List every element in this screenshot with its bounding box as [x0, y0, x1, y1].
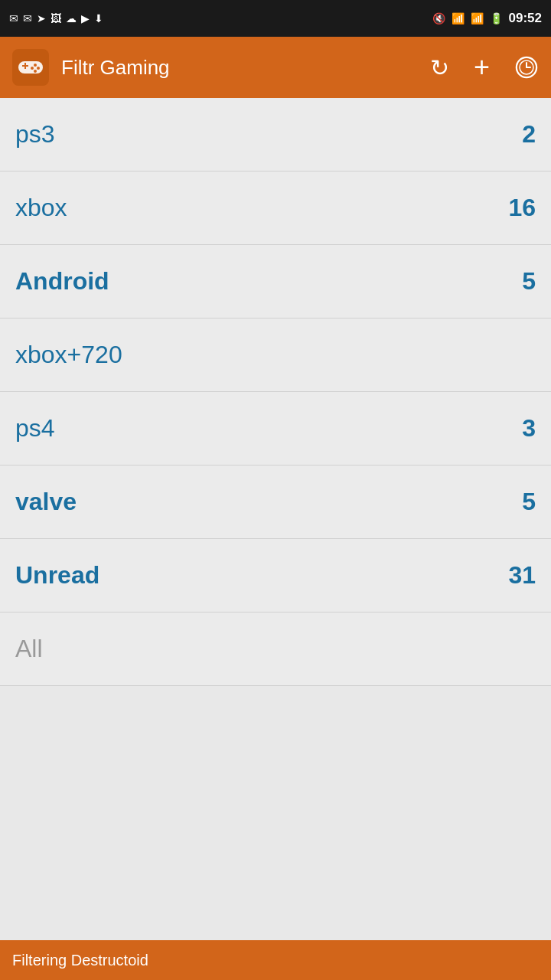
svg-point-6	[34, 70, 37, 73]
mute-icon: 🔇	[432, 12, 445, 24]
list-item-label-xbox: xbox	[15, 194, 67, 222]
history-button[interactable]	[514, 55, 539, 80]
download-icon: ⬇	[94, 12, 103, 24]
list-item-label-unread: Unread	[15, 561, 99, 590]
list-item-android[interactable]: Android5	[0, 245, 551, 318]
play-icon: ▶	[81, 12, 90, 24]
list-item-label-ps4: ps4	[15, 414, 55, 443]
image-icon: 🖼	[51, 12, 61, 24]
status-bar-left: ✉ ✉ ➤ 🖼 ☁ ▶ ⬇	[9, 12, 103, 24]
footer: Filtering Destructoid	[0, 940, 551, 980]
clock-icon	[514, 55, 539, 80]
status-bar-right: 🔇 📶 📶 🔋 09:52	[432, 11, 542, 26]
feed-list: ps32xbox16Android5xbox+720ps43valve5Unre…	[0, 98, 551, 940]
app-logo	[12, 49, 49, 86]
status-bar: ✉ ✉ ➤ 🖼 ☁ ▶ ⬇ 🔇 📶 📶 🔋 09:52	[0, 0, 551, 37]
app-bar: Filtr Gaming ↻ +	[0, 37, 551, 98]
list-item-label-all: All	[15, 635, 43, 663]
list-item-count-xbox: 16	[508, 194, 536, 222]
list-item-count-ps4: 3	[522, 414, 536, 443]
list-item-label-ps3: ps3	[15, 120, 55, 149]
svg-point-4	[37, 67, 40, 70]
svg-point-5	[31, 67, 34, 70]
battery-icon: 🔋	[490, 12, 503, 24]
list-item-valve[interactable]: valve5	[0, 466, 551, 539]
status-time: 09:52	[509, 11, 542, 26]
list-item-count-android: 5	[522, 267, 536, 296]
refresh-button[interactable]: ↻	[430, 54, 449, 81]
list-item-xbox720[interactable]: xbox+720	[0, 318, 551, 392]
app-title: Filtr Gaming	[61, 56, 430, 80]
list-item-xbox[interactable]: xbox16	[0, 172, 551, 245]
list-item-label-valve: valve	[15, 488, 77, 516]
cloud-icon: ☁	[66, 12, 77, 24]
svg-point-3	[34, 64, 37, 67]
nav-icon: ➤	[37, 12, 46, 24]
gamepad-icon	[18, 55, 43, 80]
app-bar-actions: ↻ +	[430, 51, 539, 83]
svg-rect-2	[24, 63, 26, 69]
add-button[interactable]: +	[474, 51, 490, 83]
list-item-unread[interactable]: Unread31	[0, 539, 551, 612]
email-icon: ✉	[9, 12, 18, 24]
list-item-ps3[interactable]: ps32	[0, 98, 551, 172]
list-item-label-xbox720: xbox+720	[15, 341, 122, 369]
list-item-count-unread: 31	[508, 561, 536, 590]
footer-text: Filtering Destructoid	[12, 952, 148, 969]
list-item-all[interactable]: All	[0, 612, 551, 686]
list-item-count-valve: 5	[522, 488, 536, 516]
wifi-icon: 📶	[452, 12, 465, 24]
list-item-count-ps3: 2	[522, 120, 536, 149]
list-item-ps4[interactable]: ps43	[0, 392, 551, 466]
email2-icon: ✉	[23, 12, 32, 24]
list-item-label-android: Android	[15, 267, 109, 296]
signal-icon: 📶	[471, 12, 484, 24]
